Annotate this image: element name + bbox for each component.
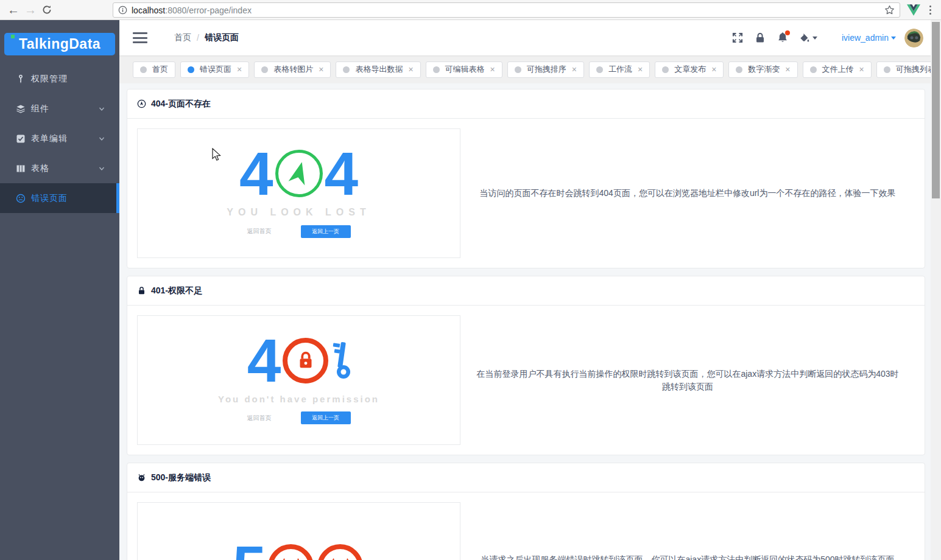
info-icon[interactable] <box>118 5 127 15</box>
tab-number-transition[interactable]: 数字渐变 × <box>728 61 797 78</box>
scrollbar-thumb[interactable] <box>932 22 940 198</box>
back-previous-button[interactable]: 返回上一页 <box>301 225 351 238</box>
star-icon[interactable] <box>884 5 895 15</box>
browser-menu-icon[interactable] <box>924 4 936 16</box>
chevron-down-icon <box>812 37 817 40</box>
card-title-text: 401-权限不足 <box>151 285 202 296</box>
user-menu[interactable]: iview_admin <box>842 33 896 43</box>
close-icon[interactable]: × <box>572 65 577 74</box>
card-title-text: 500-服务端错误 <box>151 472 211 483</box>
tab-error-page[interactable]: 错误页面 × <box>180 61 249 78</box>
chevron-down-icon <box>99 166 105 172</box>
notification-dot <box>785 30 790 35</box>
tab-dot <box>433 66 440 73</box>
chevron-down-icon <box>891 37 896 40</box>
url-bar[interactable]: localhost:8080/error-page/index <box>113 2 900 18</box>
chevron-down-icon <box>99 106 105 112</box>
checkbox-icon <box>16 134 26 144</box>
tab-label: 可编辑表格 <box>445 64 485 75</box>
tab-dot <box>736 66 742 73</box>
card-401-title: 401-权限不足 <box>127 276 925 306</box>
tab-label: 数字渐变 <box>748 64 780 75</box>
tab-dot <box>810 66 817 73</box>
tab-label: 可拖拽列表 <box>896 64 931 75</box>
tab-home[interactable]: 首页 <box>133 61 175 78</box>
close-icon[interactable]: × <box>237 65 242 74</box>
close-icon[interactable]: × <box>711 65 716 74</box>
devil-icon <box>317 544 363 560</box>
tab-dot <box>261 66 268 73</box>
close-icon[interactable]: × <box>859 65 864 74</box>
tab-editable-table[interactable]: 可编辑表格 × <box>426 61 502 78</box>
close-icon[interactable]: × <box>319 65 323 74</box>
vue-devtools-icon[interactable] <box>907 4 920 16</box>
digit: 5 <box>233 543 267 560</box>
tab-article-publish[interactable]: 文章发布 × <box>655 61 724 78</box>
key-icon <box>332 340 350 381</box>
header: 首页 / 错误页面 ivi <box>119 20 931 55</box>
close-icon[interactable]: × <box>490 65 495 74</box>
lock-icon <box>283 338 328 383</box>
close-icon[interactable]: × <box>408 65 413 74</box>
sidebar-item-form-edit[interactable]: 表单编辑 <box>0 124 119 153</box>
url-text: localhost:8080/error-page/index <box>132 5 252 15</box>
tab-dot <box>884 66 890 73</box>
bell-icon[interactable] <box>777 32 789 44</box>
sidebar-item-error-page[interactable]: 错误页面 <box>0 183 119 213</box>
page-scrollbar[interactable] <box>931 20 941 560</box>
tab-draggable-sort[interactable]: 可拖拽排序 × <box>507 61 584 78</box>
tab-label: 文件上传 <box>822 64 854 75</box>
digit: 4 <box>325 149 359 198</box>
tab-label: 表格转图片 <box>273 64 313 75</box>
sidebar-item-label: 错误页面 <box>31 193 68 204</box>
card-500-description: 当请求之后出现服务端错误时跳转到该页面，你可以在ajax请求方法中判断返回的状态… <box>460 495 915 560</box>
username: iview_admin <box>842 33 889 43</box>
back-home-link[interactable]: 返回首页 <box>247 227 272 236</box>
digit: 4 <box>239 149 273 198</box>
digit: 4 <box>247 336 281 385</box>
tab-dot <box>188 66 194 73</box>
logo-text: TalkingData <box>19 36 100 52</box>
navigate-arrow-icon <box>275 150 323 197</box>
tab-table-export[interactable]: 表格导出数据 × <box>336 61 420 78</box>
card-404: 404-页面不存在 4 4 YOU LOOK LOST 返回首 <box>127 89 925 268</box>
tab-label: 工作流 <box>608 64 632 75</box>
sidebar: TalkingData 权限管理 组件 <box>0 20 119 560</box>
tab-table-to-image[interactable]: 表格转图片 × <box>254 61 331 78</box>
tab-workflow[interactable]: 工作流 × <box>589 61 650 78</box>
tab-dot <box>662 66 669 73</box>
theme-fill-icon[interactable] <box>799 32 817 44</box>
tab-dot <box>140 66 147 73</box>
forward-icon[interactable]: → <box>22 1 39 18</box>
key-icon <box>16 74 26 84</box>
lock-icon[interactable] <box>754 32 766 44</box>
sad-face-icon <box>16 194 26 203</box>
bug-icon <box>137 473 146 482</box>
close-icon[interactable]: × <box>785 65 790 74</box>
close-icon[interactable]: × <box>638 65 643 74</box>
sidebar-item-table[interactable]: 表格 <box>0 153 119 183</box>
back-previous-button[interactable]: 返回上一页 <box>301 411 351 424</box>
error-401-illustration: 4 You don't have permission 返回首页 返回上一页 <box>137 315 460 445</box>
sidebar-item-permission[interactable]: 权限管理 <box>0 64 119 94</box>
sidebar-item-components[interactable]: 组件 <box>0 94 119 124</box>
reload-icon[interactable] <box>39 2 55 18</box>
tab-draggable-list[interactable]: 可拖拽列表 × <box>876 61 931 78</box>
browser-toolbar: ← → localhost:8080/error-page/index <box>0 0 941 20</box>
error-404-illustration: 4 4 YOU LOOK LOST 返回首页 返回上一页 <box>137 128 460 258</box>
back-home-link[interactable]: 返回首页 <box>247 414 272 422</box>
breadcrumb-home[interactable]: 首页 <box>174 32 191 43</box>
tab-label: 错误页面 <box>200 64 231 75</box>
sidebar-menu: 权限管理 组件 表单编辑 <box>0 64 119 213</box>
fullscreen-icon[interactable] <box>731 32 744 44</box>
tab-label: 文章发布 <box>674 64 706 75</box>
logo-dot <box>11 35 15 38</box>
error-caption: You don't have permission <box>218 394 379 404</box>
hamburger-menu-icon[interactable] <box>133 32 147 43</box>
sidebar-item-label: 表单编辑 <box>31 133 68 144</box>
avatar[interactable] <box>904 29 923 47</box>
page-content: 404-页面不存在 4 4 YOU LOOK LOST 返回首 <box>119 83 931 560</box>
tab-file-upload[interactable]: 文件上传 × <box>803 61 872 78</box>
back-icon[interactable]: ← <box>5 1 22 18</box>
tab-dot <box>343 66 350 73</box>
